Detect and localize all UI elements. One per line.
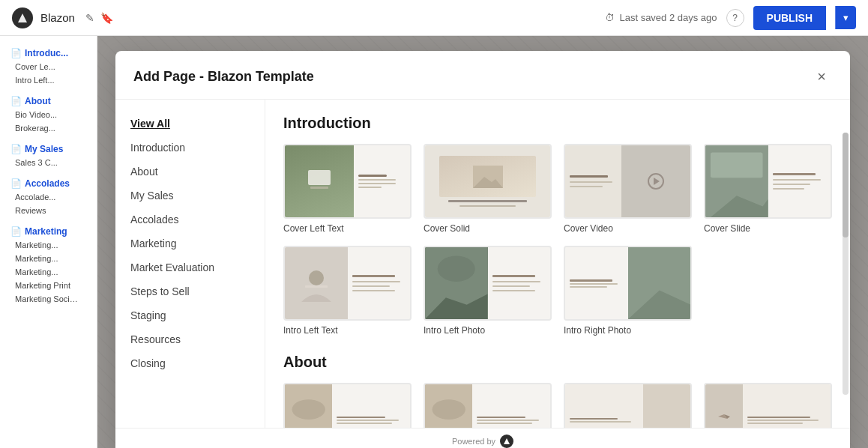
modal-nav-resources[interactable]: Resources bbox=[115, 327, 265, 351]
page-icon-about: 📄 bbox=[10, 96, 22, 106]
help-button[interactable]: ? bbox=[726, 9, 744, 27]
main-content: Add Page - Blazon Template × View All In… bbox=[97, 36, 868, 448]
sidebar-group-mysales: 📄 My Sales bbox=[6, 141, 91, 156]
topbar-right: ⏱ Last saved 2 days ago ? PUBLISH ▾ bbox=[605, 6, 856, 30]
page-icon-marketing: 📄 bbox=[10, 226, 22, 237]
sidebar-item-cover-left[interactable]: Cover Le... bbox=[6, 60, 91, 73]
template-cover-left-text[interactable]: Cover Left Text bbox=[283, 144, 412, 234]
modal-nav: View All Introduction About My Sales Acc… bbox=[115, 100, 265, 428]
modal-nav-my-sales[interactable]: My Sales bbox=[115, 184, 265, 208]
modal-nav-marketing[interactable]: Marketing bbox=[115, 231, 265, 255]
sidebar-item-brokerage[interactable]: Brokerag... bbox=[6, 121, 91, 135]
saved-status: ⏱ Last saved 2 days ago bbox=[605, 12, 717, 23]
add-page-modal: Add Page - Blazon Template × View All In… bbox=[115, 51, 850, 448]
template-about-1[interactable] bbox=[283, 383, 412, 428]
sidebar-item-bio-video[interactable]: Bio Video... bbox=[6, 108, 91, 121]
publish-button[interactable]: PUBLISH bbox=[753, 6, 826, 30]
scrollbar[interactable] bbox=[843, 133, 849, 395]
template-thumb-about-1 bbox=[283, 383, 412, 428]
svg-rect-1 bbox=[308, 170, 331, 185]
sidebar-item-sales3c[interactable]: Sales 3 C... bbox=[6, 156, 91, 169]
app-logo bbox=[12, 7, 33, 28]
template-thumb-intro-right-photo bbox=[564, 246, 692, 321]
svg-rect-6 bbox=[711, 153, 763, 178]
sidebar-section-introduction: 📄 Introduc... Cover Le... Intro Left... bbox=[0, 42, 97, 90]
svg-marker-0 bbox=[18, 13, 27, 22]
modal-nav-steps-to-sell[interactable]: Steps to Sell bbox=[115, 279, 265, 303]
template-label-cover-slide: Cover Slide bbox=[704, 223, 832, 234]
sidebar: 📄 Introduc... Cover Le... Intro Left... … bbox=[0, 36, 97, 448]
template-cover-solid[interactable]: Cover Solid bbox=[424, 144, 552, 234]
sidebar-group-introduction: 📄 Introduc... bbox=[6, 45, 91, 60]
modal-nav-staging[interactable]: Staging bbox=[115, 303, 265, 327]
template-thumb-about-2 bbox=[424, 383, 552, 428]
template-label-cover-video: Cover Video bbox=[564, 223, 692, 234]
sidebar-group-about: 📄 About bbox=[6, 93, 91, 108]
edit-icon[interactable]: ✎ bbox=[85, 12, 94, 24]
page-icon-mysales: 📄 bbox=[10, 144, 22, 154]
modal-nav-introduction[interactable]: Introduction bbox=[115, 136, 265, 160]
svg-rect-9 bbox=[305, 285, 328, 288]
modal-header: Add Page - Blazon Template × bbox=[115, 51, 850, 100]
template-about-4[interactable] bbox=[704, 383, 832, 428]
main-area: 📄 Introduc... Cover Le... Intro Left... … bbox=[0, 36, 868, 448]
modal-nav-closing[interactable]: Closing bbox=[115, 351, 265, 375]
topbar-icons: ✎ 🔖 bbox=[85, 12, 113, 24]
saved-text: Last saved 2 days ago bbox=[619, 12, 717, 23]
template-intro-left-text[interactable]: Intro Left Text bbox=[283, 246, 412, 336]
svg-point-8 bbox=[309, 270, 324, 285]
svg-marker-21 bbox=[504, 438, 510, 444]
template-thumb-about-3 bbox=[564, 383, 692, 428]
modal-overlay: Add Page - Blazon Template × View All In… bbox=[97, 36, 868, 448]
sidebar-group-about-label: About bbox=[25, 96, 51, 106]
template-cover-video[interactable]: Cover Video bbox=[564, 144, 692, 234]
modal-nav-accolades[interactable]: Accolades bbox=[115, 208, 265, 231]
modal-nav-market-evaluation[interactable]: Market Evaluation bbox=[115, 255, 265, 279]
sidebar-item-marketing1[interactable]: Marketing... bbox=[6, 238, 91, 252]
template-thumb-cover-left-text bbox=[283, 144, 412, 219]
modal-nav-view-all[interactable]: View All bbox=[115, 112, 265, 136]
template-label-intro-left-photo: Intro Left Photo bbox=[424, 325, 552, 336]
sidebar-item-accolade[interactable]: Accolade... bbox=[6, 190, 91, 204]
modal-close-button[interactable]: × bbox=[811, 66, 832, 87]
template-thumb-cover-slide bbox=[704, 144, 832, 219]
publish-dropdown-button[interactable]: ▾ bbox=[835, 6, 856, 29]
page-icon-accolades: 📄 bbox=[10, 178, 22, 189]
sidebar-item-marketing3[interactable]: Marketing... bbox=[6, 265, 91, 279]
powered-by-logo bbox=[500, 435, 513, 448]
template-thumb-intro-left-photo bbox=[424, 246, 552, 321]
template-thumb-about-4 bbox=[704, 383, 832, 428]
sidebar-item-marketing-print[interactable]: Marketing Print bbox=[6, 279, 91, 292]
clock-icon: ⏱ bbox=[605, 12, 615, 23]
sidebar-item-intro-left[interactable]: Intro Left... bbox=[6, 73, 91, 87]
sidebar-group-label: Introduc... bbox=[25, 48, 68, 58]
template-about-2[interactable] bbox=[424, 383, 552, 428]
sidebar-item-marketing2[interactable]: Marketing... bbox=[6, 252, 91, 265]
template-label-cover-solid: Cover Solid bbox=[424, 223, 552, 234]
bookmark-icon[interactable]: 🔖 bbox=[100, 12, 113, 24]
modal-templates-content: Introduction bbox=[265, 100, 850, 428]
sidebar-group-marketing: 📄 Marketing bbox=[6, 223, 91, 238]
template-about-3[interactable] bbox=[564, 383, 692, 428]
svg-rect-2 bbox=[310, 187, 328, 189]
sidebar-section-about: 📄 About Bio Video... Brokerag... bbox=[0, 90, 97, 138]
svg-point-18 bbox=[433, 399, 465, 420]
page-icon: 📄 bbox=[10, 48, 22, 58]
template-cover-slide[interactable]: Cover Slide bbox=[704, 144, 832, 234]
sidebar-group-marketing-label: Marketing bbox=[25, 226, 67, 237]
document-title: Blazon bbox=[40, 11, 75, 24]
sidebar-item-marketing-social[interactable]: Marketing Social Media bbox=[6, 292, 91, 306]
svg-point-11 bbox=[438, 256, 475, 282]
powered-by-text: Powered by bbox=[452, 437, 495, 446]
template-label-intro-right-photo: Intro Right Photo bbox=[564, 325, 692, 336]
modal-nav-about[interactable]: About bbox=[115, 160, 265, 184]
template-intro-right-photo[interactable]: Intro Right Photo bbox=[564, 246, 692, 336]
sidebar-group-accolades-label: Accolades bbox=[25, 178, 70, 189]
sidebar-section-marketing: 📄 Marketing Marketing... Marketing... Ma… bbox=[0, 220, 97, 309]
modal-title: Add Page - Blazon Template bbox=[133, 69, 314, 85]
sidebar-section-accolades: 📄 Accolades Accolade... Reviews bbox=[0, 172, 97, 220]
svg-point-16 bbox=[292, 399, 325, 420]
template-intro-left-photo[interactable]: Intro Left Photo bbox=[424, 246, 552, 336]
template-thumb-intro-left-text bbox=[283, 246, 412, 321]
sidebar-item-reviews[interactable]: Reviews bbox=[6, 204, 91, 217]
